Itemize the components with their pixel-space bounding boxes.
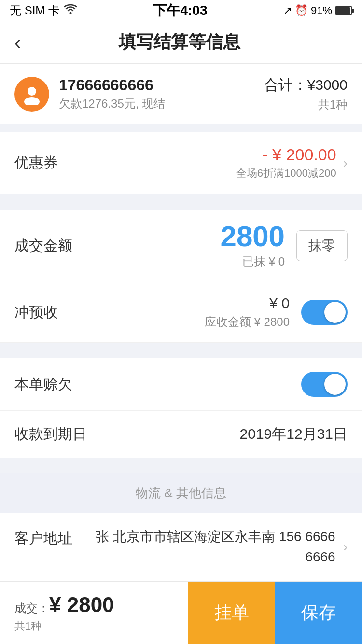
due-date-label: 收款到期日 — [14, 424, 87, 444]
avatar — [14, 77, 49, 112]
toggle-knob — [324, 302, 346, 323]
user-debt: 欠款1276.35元, 现结 — [59, 96, 165, 112]
battery-icon — [335, 6, 352, 15]
status-right: ↗ ⏰ 91% — [283, 4, 352, 17]
total-amount: 合计：¥3000 — [264, 75, 348, 95]
prepayment-toggle[interactable] — [301, 300, 348, 325]
due-date-row: 收款到期日 2019年12月31日 — [0, 411, 362, 458]
round-off-button[interactable]: 抹零 — [296, 230, 348, 261]
content-area: 17666666666 欠款1276.35元, 现结 合计：¥3000 共1种 … — [0, 64, 362, 644]
divider-3 — [0, 465, 362, 473]
sep-label: 物流 & 其他信息 — [136, 485, 226, 502]
logistics-separator: 物流 & 其他信息 — [0, 473, 362, 513]
status-left: 无 SIM 卡 — [10, 3, 77, 18]
credit-row: 本单赊欠 — [0, 358, 362, 411]
wifi-icon — [64, 4, 77, 17]
nav-bar: ‹ 填写结算等信息 — [0, 21, 362, 64]
address-section: 客户地址 张 北京市市辖区海淀区永丰南 156 6666 6666 › — [0, 513, 362, 581]
due-date-value: 2019年12月31日 — [240, 424, 348, 444]
hold-button[interactable]: 挂单 — [188, 582, 275, 644]
toggle-knob-2 — [324, 374, 346, 395]
sep-line-left — [14, 493, 126, 493]
bottom-info: 成交： ¥ 2800 共1种 — [0, 582, 188, 644]
bottom-bar: 成交： ¥ 2800 共1种 挂单 保存 — [0, 581, 362, 644]
deal-number: 2800 — [221, 222, 285, 251]
bottom-count: 共1种 — [14, 619, 174, 633]
coupon-section: 优惠券 - ¥ 200.00 全场6折满1000减200 › — [0, 132, 362, 194]
divider-2 — [0, 350, 362, 358]
svg-point-1 — [28, 87, 36, 96]
deal-amount-label: 成交金额 — [14, 236, 72, 256]
battery-percent: 91% — [311, 4, 332, 17]
chevron-icon: › — [343, 155, 348, 171]
credit-toggle[interactable] — [301, 372, 348, 397]
coupon-amount: - ¥ 200.00 — [236, 145, 336, 164]
prepayment-label: 冲预收 — [14, 303, 58, 322]
bottom-amount: ¥ 2800 — [49, 593, 114, 617]
prepayment-row: 冲预收 ¥ 0 应收金额 ¥ 2800 — [0, 282, 362, 343]
svg-point-2 — [24, 97, 40, 105]
credit-section: 本单赊欠 收款到期日 2019年12月31日 — [0, 358, 362, 458]
address-row[interactable]: 客户地址 张 北京市市辖区海淀区永丰南 156 6666 6666 › — [0, 513, 362, 581]
deal-sub: 已抹 ¥ 0 — [221, 254, 285, 269]
coupon-desc: 全场6折满1000减200 — [236, 166, 336, 181]
svg-point-0 — [70, 12, 72, 14]
status-time: 下午4:03 — [153, 1, 207, 20]
address-chevron-icon: › — [343, 539, 348, 555]
prepayment-sub: 应收金额 ¥ 2800 — [205, 314, 290, 330]
save-button[interactable]: 保存 — [275, 582, 362, 644]
page-title: 填写结算等信息 — [30, 30, 328, 54]
back-button[interactable]: ‹ — [14, 33, 21, 52]
sep-line-right — [236, 493, 348, 493]
user-phone: 17666666666 — [59, 76, 165, 94]
total-count: 共1种 — [264, 97, 348, 112]
coupon-label: 优惠券 — [14, 153, 58, 173]
location-icon: ↗ — [283, 4, 292, 17]
address-label: 客户地址 — [14, 527, 72, 548]
deal-amount-row: 成交金额 2800 已抹 ¥ 0 抹零 — [0, 210, 362, 282]
carrier-label: 无 SIM 卡 — [10, 3, 60, 18]
divider-1 — [0, 202, 362, 210]
coupon-row[interactable]: 优惠券 - ¥ 200.00 全场6折满1000减200 › — [0, 132, 362, 194]
alarm-icon: ⏰ — [295, 4, 308, 17]
credit-label: 本单赊欠 — [14, 375, 72, 394]
bottom-deal-row: 成交： ¥ 2800 — [14, 593, 174, 617]
user-total: 合计：¥3000 共1种 — [264, 75, 348, 112]
user-card: 17666666666 欠款1276.35元, 现结 合计：¥3000 共1种 — [0, 64, 362, 124]
status-bar: 无 SIM 卡 下午4:03 ↗ ⏰ 91% — [0, 0, 362, 21]
bottom-deal-label: 成交： — [14, 601, 49, 616]
prepayment-amount: ¥ 0 — [205, 295, 290, 311]
address-value: 张 北京市市辖区海淀区永丰南 156 6666 6666 — [94, 527, 335, 567]
deal-section: 成交金额 2800 已抹 ¥ 0 抹零 冲预收 ¥ 0 应收金额 ¥ 2800 — [0, 210, 362, 343]
